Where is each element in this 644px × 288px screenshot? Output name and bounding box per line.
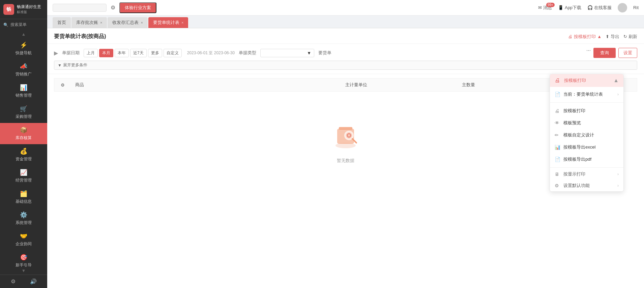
dropdown-item-template-design[interactable]: ✏ 模板自定义设计	[550, 129, 623, 141]
dropdown-item-template-print[interactable]: 🖨 按模板打印	[550, 105, 623, 117]
svg-rect-2	[339, 127, 352, 130]
sidebar-item-sales[interactable]: 📊 销售管理	[0, 81, 47, 102]
dropdown-item-template-excel[interactable]: 📊 按模板导出excel	[550, 141, 623, 153]
sidebar-item-inventory[interactable]: 📦 库存核算	[0, 123, 47, 144]
export-button[interactable]: ⬆ 导出	[606, 34, 619, 40]
display-print-item[interactable]: 🖥 按显示打印 ›	[550, 168, 623, 180]
sidebar-item-guide[interactable]: 🎯 新手引导	[0, 250, 47, 267]
tab-label: 库存批次账	[76, 20, 98, 26]
message-icon: ✉	[538, 5, 542, 10]
refresh-button[interactable]: ↻ 刷新	[623, 34, 637, 40]
tabbar: 首页库存批次账×收发存汇总表×要货单统计表×	[47, 15, 644, 28]
sidebar-item-finance[interactable]: 💰 资金管理	[0, 144, 47, 165]
inventory-icon: 📦	[20, 126, 27, 134]
sidebar-item-label: 采购管理	[16, 114, 32, 120]
search-input[interactable]	[53, 4, 107, 12]
sidebar-item-base[interactable]: 🗂️ 基础信息	[0, 187, 47, 208]
sidebar-item-label: 系统管理	[16, 220, 32, 226]
empty-text: 暂无数据	[337, 158, 354, 164]
settings-button[interactable]: 设置	[618, 48, 637, 58]
date-btn-week7[interactable]: 近7天	[130, 49, 147, 57]
app-download-button[interactable]: 📱 App下载	[558, 5, 581, 11]
sidebar-item-label: 新手引导	[16, 262, 32, 267]
divider-2	[550, 167, 623, 168]
avatar[interactable]	[618, 3, 627, 12]
dropdown-close-icon[interactable]: ▲	[613, 77, 619, 84]
date-label: 单据日期	[62, 50, 80, 56]
tab-order-stats[interactable]: 要货单统计表×	[148, 17, 188, 28]
chevron-right-icon-3: ›	[617, 183, 619, 188]
sidebar: 畅 畅康通好生意 标准版 🔍 搜索菜单 ▲ ⚡ 快捷导航📣 营销推广📊 销售管理…	[0, 0, 47, 288]
tab-home[interactable]: 首页	[53, 17, 71, 28]
sidebar-item-label: 经营管理	[16, 178, 32, 183]
svg-point-4	[346, 132, 352, 138]
expand-button[interactable]: ▼ 展开更多条件	[54, 61, 637, 70]
online-service-button[interactable]: 🎧 在线客服	[587, 5, 612, 11]
message-button[interactable]: ✉ 消息 99+	[538, 5, 552, 11]
display-print-label: 按显示打印	[563, 171, 585, 177]
print-icon: 🖨	[568, 34, 573, 39]
date-btn-prev[interactable]: 上月	[84, 49, 98, 57]
export-icon: ⬆	[606, 34, 609, 39]
dropdown-item-label: 模板自定义设计	[563, 132, 594, 138]
more-options-icon[interactable]: ⋯	[586, 48, 591, 58]
tab-receipts-summary[interactable]: 收发存汇总表×	[108, 17, 147, 28]
logo-icon: 畅	[3, 4, 14, 15]
sidebar-item-label: 资金管理	[16, 156, 32, 162]
sidebar-item-purchase[interactable]: 🛒 采购管理	[0, 102, 47, 123]
dropdown-item-template-pdf[interactable]: 📄 按模板导出pdf	[550, 153, 623, 165]
dropdown-current[interactable]: 📄 当前：要货单统计表 ›	[550, 88, 623, 100]
sidebar-nav: ⚡ 快捷导航📣 营销推广📊 销售管理🛒 采购管理📦 库存核算💰 资金管理📈 经营…	[0, 38, 47, 267]
print-label: 按模板打印	[574, 34, 596, 40]
settings-icon[interactable]: ⚙	[11, 278, 16, 285]
sound-icon[interactable]: 🔊	[30, 278, 37, 285]
tab-close-order-stats[interactable]: ×	[181, 21, 183, 25]
order-type-select[interactable]: ▼	[260, 49, 314, 57]
expand-label: 展开更多条件	[63, 62, 87, 68]
template-excel-icon: 📊	[555, 145, 560, 150]
online-service-label: 在线客服	[594, 5, 612, 11]
message-badge: 99+	[546, 3, 555, 7]
tab-close-receipts-summary[interactable]: ×	[141, 21, 143, 25]
scroll-down[interactable]: ▼	[0, 267, 47, 275]
sidebar-item-label: 营销推广	[16, 71, 32, 77]
page-actions: 🖨 按模板打印 ▲ ⬆ 导出 ↻ 刷新	[568, 34, 637, 40]
export-label: 导出	[611, 34, 619, 40]
filter-area: ▶ 单据日期 上月本月本年近7天更多自定义 2023-06-01 至 2023-…	[47, 44, 644, 74]
sidebar-item-system[interactable]: ⚙️ 系统管理	[0, 208, 47, 229]
page-header: 要货单统计表(按商品) 🖨 按模板打印 ▲ ⬆ 导出 ↻ 刷新	[47, 28, 644, 44]
sidebar-search[interactable]: 🔍 搜索菜单	[0, 19, 47, 30]
sidebar-item-quick-nav[interactable]: ⚡ 快捷导航	[0, 38, 47, 59]
dropdown-header-label: 按模板打印	[564, 77, 586, 84]
filter-toggle-icon[interactable]: ▶	[54, 50, 58, 56]
sidebar-item-label: 快捷导航	[16, 50, 32, 56]
default-func-item[interactable]: ⚙ 设置默认功能 ›	[550, 180, 623, 191]
date-btn-more[interactable]: 更多	[148, 49, 162, 57]
date-btn-custom[interactable]: 自定义	[164, 49, 182, 57]
marketing-icon: 📣	[20, 63, 27, 70]
sidebar-item-operation[interactable]: 📈 经营管理	[0, 165, 47, 187]
chevron-down-icon: ▼	[307, 51, 311, 56]
print-button[interactable]: 🖨 按模板打印 ▲	[568, 34, 602, 40]
tab-close-batch-account[interactable]: ×	[100, 21, 102, 25]
sidebar-item-marketing[interactable]: 📣 营销推广	[0, 59, 47, 81]
date-btn-year[interactable]: 本年	[115, 49, 129, 57]
col-settings[interactable]: ⚙	[54, 83, 71, 88]
promo-button[interactable]: 体验行业方案	[119, 2, 156, 13]
sidebar-item-collab[interactable]: 🤝 企业协同	[0, 229, 47, 250]
tab-batch-account[interactable]: 库存批次账×	[71, 17, 107, 28]
gear-icon[interactable]: ⚙	[111, 4, 115, 11]
sidebar-item-label: 基础信息	[16, 199, 32, 204]
operation-icon: 📈	[20, 169, 27, 176]
query-button[interactable]: 查询	[593, 48, 616, 58]
phone-icon: 📱	[558, 5, 563, 10]
dropdown-section-items: 🖨 按模板打印👁 模板预览✏ 模板自定义设计📊 按模板导出excel📄 按模板导…	[550, 103, 623, 167]
main-area: ⚙ 体验行业方案 ✉ 消息 99+ 📱 App下载 🎧 在线客服 Rit 首页库…	[47, 0, 644, 288]
scroll-up[interactable]: ▲	[0, 30, 47, 38]
dropdown-item-template-preview[interactable]: 👁 模板预览	[550, 117, 623, 129]
date-btn-curr[interactable]: 本月	[99, 49, 113, 57]
dropdown-item-label: 按模板打印	[563, 108, 585, 114]
app-download-label: App下载	[565, 5, 581, 11]
template-pdf-icon: 📄	[555, 157, 560, 162]
chevron-right-icon: ›	[617, 92, 619, 97]
